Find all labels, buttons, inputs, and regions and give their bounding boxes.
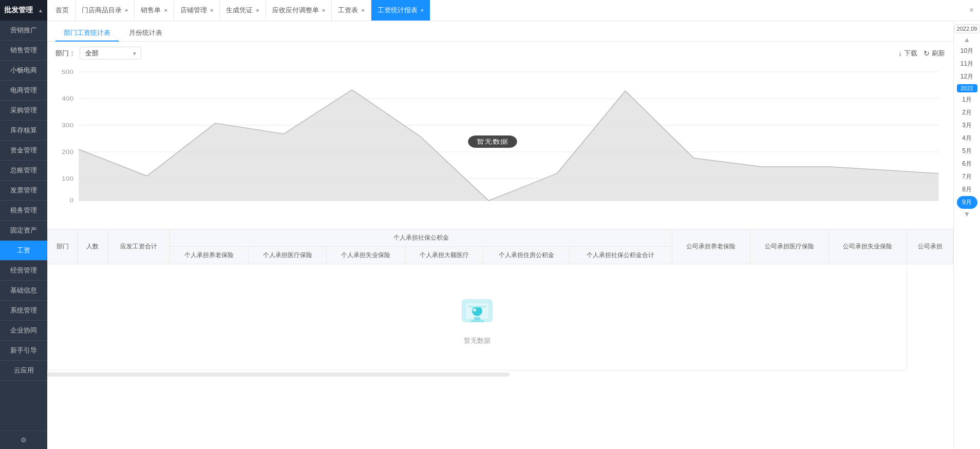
svg-rect-20: [468, 306, 486, 307]
svg-text:暂无数据: 暂无数据: [477, 138, 508, 145]
sidebar-item-经营管理[interactable]: 经营管理: [0, 261, 47, 281]
svg-text:200: 200: [62, 149, 73, 155]
tab-close-icon[interactable]: ×: [322, 7, 325, 13]
tab-close-icon[interactable]: ×: [125, 7, 128, 13]
data-table: 部门 人数 应发工资合计 个人承担社保公积金 公司承担养老保险 公司承担医疗保险…: [47, 229, 953, 370]
sidebar-item-税务管理[interactable]: 税务管理: [0, 201, 47, 221]
col-salary: 应发工资合计: [108, 229, 170, 264]
sidebar-item-工资[interactable]: 工资: [0, 241, 47, 261]
cal-entry-8月[interactable]: 8月: [957, 183, 977, 196]
refresh-button[interactable]: ↻ 刷新: [924, 49, 945, 58]
toolbar: 部门： 全部销售部财务部采购部 ↓ 下载 ↻ 刷新: [47, 42, 953, 65]
cal-entry-4月[interactable]: 4月: [957, 132, 977, 145]
sidebar-item-固定资产[interactable]: 固定资产: [0, 221, 47, 241]
sidebar-title: 批发管理: [4, 6, 33, 15]
cal-entry-9月[interactable]: 9月: [957, 196, 977, 209]
svg-point-19: [473, 308, 476, 311]
download-button[interactable]: ↓ 下载: [898, 49, 917, 58]
table-area: 部门 人数 应发工资合计 个人承担社保公积金 公司承担养老保险 公司承担医疗保险…: [47, 229, 953, 449]
empty-text: 暂无数据: [464, 336, 491, 345]
content-area: 部门工资统计表月份统计表 部门： 全部销售部财务部采购部 ↓ 下载 ↻: [47, 21, 980, 449]
dept-select[interactable]: 全部销售部财务部采购部: [80, 47, 141, 60]
sidebar-item-资金管理[interactable]: 资金管理: [0, 141, 47, 161]
tab-工资表[interactable]: 工资表×: [332, 0, 371, 21]
tab-close-icon[interactable]: ×: [361, 7, 364, 13]
tab-店铺管理[interactable]: 店铺管理×: [174, 0, 220, 21]
svg-text:300: 300: [62, 122, 73, 128]
tab-close-icon[interactable]: ×: [256, 7, 259, 13]
empty-row: 暂无数据: [48, 264, 907, 370]
cal-entry-5月[interactable]: 5月: [957, 145, 977, 158]
cal-entry-11月[interactable]: 11月: [957, 57, 977, 70]
sub-tab-部门工资统计表[interactable]: 部门工资统计表: [55, 25, 119, 42]
cal-entry-10月[interactable]: 10月: [957, 45, 977, 57]
tab-生成凭证[interactable]: 生成凭证×: [220, 0, 266, 21]
svg-text:500: 500: [62, 69, 73, 75]
dept-select-wrapper: 全部销售部财务部采购部: [80, 47, 141, 60]
empty-state: 暂无数据: [53, 268, 901, 366]
col-company-other: 公司承担: [907, 229, 953, 264]
sidebar-item-新手引导[interactable]: 新手引导: [0, 341, 47, 361]
cal-entry-6月[interactable]: 6月: [957, 158, 977, 170]
col-count: 人数: [78, 229, 108, 264]
sidebar-item-电商管理[interactable]: 电商管理: [0, 81, 47, 101]
toolbar-left: 部门： 全部销售部财务部采购部: [55, 47, 141, 60]
col-company-unemployment: 公司承担失业保险: [828, 229, 907, 264]
cal-entry-7月[interactable]: 7月: [957, 170, 977, 183]
cal-entry-2月[interactable]: 2月: [957, 106, 977, 119]
sidebar-item-基础信息[interactable]: 基础信息: [0, 281, 47, 301]
page-content: 部门工资统计表月份统计表 部门： 全部销售部财务部采购部 ↓ 下载 ↻: [47, 21, 953, 449]
col-ind-total: 个人承担社保公积金合计: [570, 247, 672, 264]
col-ind-pension: 个人承担养老保险: [170, 247, 248, 264]
sidebar-item-企业协同[interactable]: 企业协同: [0, 321, 47, 341]
tab-应收应付调整单[interactable]: 应收应付调整单×: [266, 0, 332, 21]
sidebar-item-库存核算[interactable]: 库存核算: [0, 121, 47, 141]
sub-tab-月份统计表[interactable]: 月份统计表: [121, 25, 171, 42]
dept-label: 部门：: [55, 49, 76, 58]
col-ind-housing: 个人承担住房公积金: [483, 247, 570, 264]
sidebar-header[interactable]: 批发管理 ▲: [0, 0, 47, 21]
col-ind-unemployment: 个人承担失业保险: [327, 247, 405, 264]
tab-门店商品目录[interactable]: 门店商品目录×: [76, 0, 135, 21]
col-company-medical: 公司承担医疗保险: [750, 229, 828, 264]
chart-svg: 500 400 300 200 100 0: [55, 65, 945, 208]
sidebar-item-总账管理[interactable]: 总账管理: [0, 161, 47, 181]
calendar-panel: 2022.09 ▲ 10月11月12月20221月2月3月4月5月6月7月8月9…: [953, 21, 980, 449]
cal-nav-up[interactable]: ▲: [963, 34, 972, 45]
refresh-icon: ↻: [924, 49, 930, 57]
cal-entry-12月[interactable]: 12月: [957, 70, 977, 83]
svg-text:0: 0: [69, 197, 73, 203]
tab-close-icon[interactable]: ×: [421, 7, 424, 13]
gear-icon: ⚙: [21, 436, 27, 444]
sidebar-collapse-icon[interactable]: ▲: [38, 8, 43, 13]
cal-year-badge[interactable]: 2022.09: [954, 24, 980, 33]
tab-首页[interactable]: 首页: [49, 0, 76, 21]
sidebar-item-系统管理[interactable]: 系统管理: [0, 301, 47, 321]
close-all-button[interactable]: ×: [969, 6, 974, 15]
main-area: 首页门店商品目录×销售单×店铺管理×生成凭证×应收应付调整单×工资表×工资统计报…: [47, 0, 980, 449]
svg-text:400: 400: [62, 95, 73, 102]
cal-entry-1月[interactable]: 1月: [957, 93, 977, 106]
tab-销售单[interactable]: 销售单×: [135, 0, 174, 21]
sidebar-item-小畅电商[interactable]: 小畅电商: [0, 61, 47, 81]
chart-area: 500 400 300 200 100 0: [47, 65, 953, 229]
sidebar-item-销售管理[interactable]: 销售管理: [0, 41, 47, 61]
tab-工资统计报表[interactable]: 工资统计报表×: [371, 0, 430, 21]
cal-entry-2022[interactable]: 2022: [957, 84, 977, 92]
sidebar-item-采购管理[interactable]: 采购管理: [0, 101, 47, 121]
cal-entry-3月[interactable]: 3月: [957, 119, 977, 132]
refresh-label: 刷新: [932, 49, 945, 58]
tab-close-icon[interactable]: ×: [164, 7, 167, 13]
sidebar-item-发票管理[interactable]: 发票管理: [0, 181, 47, 201]
svg-text:100: 100: [62, 175, 73, 182]
cal-nav-down[interactable]: ▼: [963, 209, 972, 219]
empty-icon: [457, 289, 498, 330]
tab-close-icon[interactable]: ×: [210, 7, 213, 13]
sidebar: 批发管理 ▲ 营销推广销售管理小畅电商电商管理采购管理库存核算资金管理总账管理发…: [0, 0, 47, 449]
tab-bar: 首页门店商品目录×销售单×店铺管理×生成凭证×应收应付调整单×工资表×工资统计报…: [47, 0, 980, 21]
download-icon: ↓: [898, 49, 902, 57]
sidebar-footer-settings[interactable]: ⚙: [0, 431, 47, 449]
sidebar-item-云应用[interactable]: 云应用: [0, 361, 47, 381]
sidebar-item-营销推广[interactable]: 营销推广: [0, 21, 47, 41]
download-label: 下载: [904, 49, 917, 58]
